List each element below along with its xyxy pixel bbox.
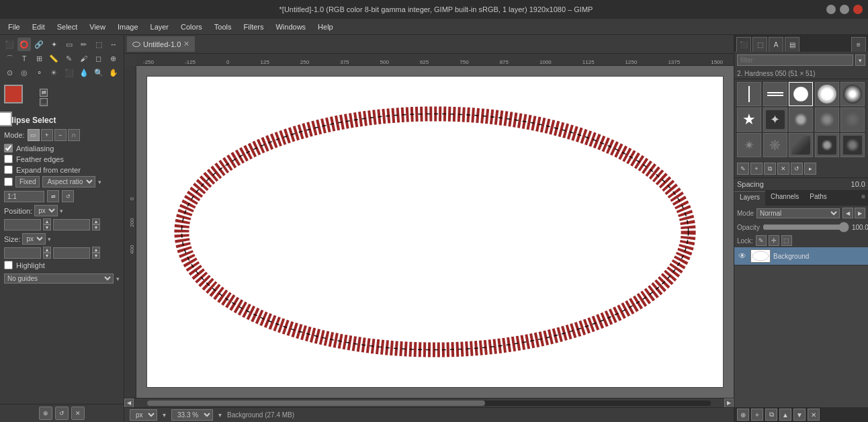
menu-image[interactable]: Image	[112, 22, 144, 32]
position-unit[interactable]: px	[34, 205, 58, 216]
tool-crop[interactable]: ⬚	[92, 38, 105, 51]
mode-add[interactable]: +	[41, 129, 53, 141]
highlight-checkbox[interactable]	[4, 261, 13, 269]
brush-menu-button[interactable]: ▸	[804, 163, 816, 175]
tool-smudge[interactable]: ⚬	[32, 66, 46, 79]
opacity-slider[interactable]	[763, 222, 849, 233]
brush-cell[interactable]	[815, 82, 839, 106]
ratio-input[interactable]	[4, 191, 44, 202]
tool-foreground[interactable]: ⬛	[62, 66, 76, 79]
brush-cell[interactable]	[815, 133, 839, 157]
new-layer-from-selection-button[interactable]: ⊕	[737, 409, 749, 421]
brush-add-button[interactable]: +	[750, 163, 763, 175]
pos-y-down[interactable]: ▼	[92, 224, 100, 230]
maximize-button[interactable]	[840, 5, 849, 14]
position-x-input[interactable]: 444	[4, 219, 41, 230]
tool-restore-button[interactable]: ↺	[55, 407, 69, 420]
swap-colors[interactable]: ⇄	[40, 89, 48, 97]
tool-dodge[interactable]: ☀	[47, 66, 60, 79]
size-w-input[interactable]: 1113	[4, 247, 41, 259]
panel-tab-fonts[interactable]: A	[769, 37, 783, 52]
tool-heal[interactable]: ⊕	[107, 52, 120, 65]
menu-select[interactable]: Select	[52, 22, 83, 32]
brush-cell[interactable]: ★	[737, 108, 761, 132]
pos-x-down[interactable]: ▼	[43, 224, 51, 230]
size-w-down[interactable]: ▼	[43, 253, 51, 259]
delete-layer-button[interactable]: ✕	[808, 409, 820, 421]
menu-edit[interactable]: Edit	[27, 22, 50, 32]
hscroll-track[interactable]	[147, 400, 711, 406]
tool-delete-button[interactable]: ✕	[71, 407, 85, 420]
duplicate-layer-button[interactable]: ⧉	[765, 409, 777, 421]
minimize-button[interactable]	[826, 5, 836, 14]
tool-magic-wand[interactable]: ✦	[47, 38, 60, 51]
status-unit-select[interactable]: px	[130, 409, 157, 421]
scroll-right-button[interactable]: ▶	[724, 398, 734, 408]
tool-text[interactable]: T	[17, 52, 31, 65]
position-y-input[interactable]: 219	[53, 219, 90, 230]
size-unit[interactable]: px	[22, 233, 46, 245]
menu-colors[interactable]: Colors	[175, 22, 208, 32]
tab-layers[interactable]: Layers	[734, 191, 765, 206]
panel-tab-gradients[interactable]: ▤	[785, 37, 799, 52]
tool-hand[interactable]: ✋	[107, 66, 120, 79]
canvas-viewport[interactable]	[136, 66, 734, 398]
canvas-drawing-area[interactable]	[146, 76, 724, 388]
mode-subtract[interactable]: −	[54, 129, 67, 141]
mode-intersect[interactable]: ∩	[68, 129, 80, 141]
brush-refresh-button[interactable]: ↺	[791, 163, 803, 175]
brush-edit-button[interactable]: ✎	[737, 163, 749, 175]
brush-cell[interactable]	[737, 82, 761, 106]
ratio-swap-button[interactable]: ⇄	[47, 190, 59, 202]
tool-transform[interactable]: ↔	[107, 38, 120, 51]
tool-brush[interactable]: 🖌	[77, 52, 91, 65]
layer-up-button[interactable]: ▲	[779, 409, 791, 421]
brush-cell[interactable]: ✦	[763, 108, 787, 132]
mode-next-button[interactable]: ▶	[855, 208, 865, 218]
aspect-dropdown[interactable]: Aspect ratio Size Width Height	[42, 176, 95, 187]
tool-blur[interactable]: ◎	[17, 66, 31, 79]
pos-x-up[interactable]: ▲	[43, 218, 51, 224]
lock-pixels-button[interactable]: ✎	[756, 235, 767, 246]
new-layer-button[interactable]: +	[751, 409, 763, 421]
menu-tools[interactable]: Tools	[209, 22, 237, 32]
tool-clone[interactable]: ⊙	[3, 66, 16, 79]
brush-cell[interactable]	[763, 82, 787, 106]
brush-cell[interactable]	[840, 133, 865, 157]
menu-file[interactable]: File	[3, 22, 26, 32]
brush-cell-selected[interactable]	[789, 82, 813, 106]
panel-menu-button[interactable]: ≡	[859, 191, 868, 206]
tool-preset-button[interactable]: ⊕	[39, 407, 52, 420]
brush-cell[interactable]	[789, 108, 813, 132]
tool-freehand[interactable]: ✏	[77, 38, 91, 51]
panel-tab-patterns[interactable]: ⬚	[752, 37, 767, 52]
tool-colorpicker[interactable]: 💧	[77, 66, 91, 79]
menu-view[interactable]: View	[84, 22, 111, 32]
layer-down-button[interactable]: ▼	[793, 409, 806, 421]
menu-windows[interactable]: Windows	[270, 22, 311, 32]
filter-dropdown-button[interactable]: ▾	[855, 54, 865, 66]
tool-paint-bucket[interactable]: ⬛	[3, 38, 16, 51]
menu-layer[interactable]: Layer	[145, 22, 175, 32]
layer-row[interactable]: 👁 Background	[734, 247, 868, 265]
status-zoom-select[interactable]: 33.3 %	[171, 409, 213, 421]
close-button[interactable]	[853, 5, 863, 14]
size-h-input[interactable]: 720	[53, 247, 90, 259]
tool-rect-select[interactable]: ▭	[62, 38, 76, 51]
menu-help[interactable]: Help	[312, 22, 339, 32]
antialiasing-checkbox[interactable]	[4, 144, 13, 153]
brush-filter-input[interactable]	[737, 54, 853, 66]
fixed-checkbox[interactable]	[4, 177, 13, 186]
scroll-left-button[interactable]: ◀	[124, 398, 134, 408]
tool-ellipse-select[interactable]: ⭕	[17, 38, 31, 51]
tool-pencil[interactable]: ✎	[62, 52, 76, 65]
reset-colors[interactable]: ⬛	[40, 98, 48, 106]
tool-measure[interactable]: 📏	[47, 52, 60, 65]
tab-channels[interactable]: Channels	[765, 191, 804, 206]
brush-cell[interactable]	[840, 108, 865, 132]
foreground-color[interactable]	[4, 85, 23, 103]
brush-cell[interactable]: ❋	[763, 133, 787, 157]
brush-cell[interactable]	[840, 82, 865, 106]
layer-visibility-toggle[interactable]: 👁	[737, 251, 748, 261]
ratio-reset-button[interactable]: ↺	[62, 190, 74, 202]
